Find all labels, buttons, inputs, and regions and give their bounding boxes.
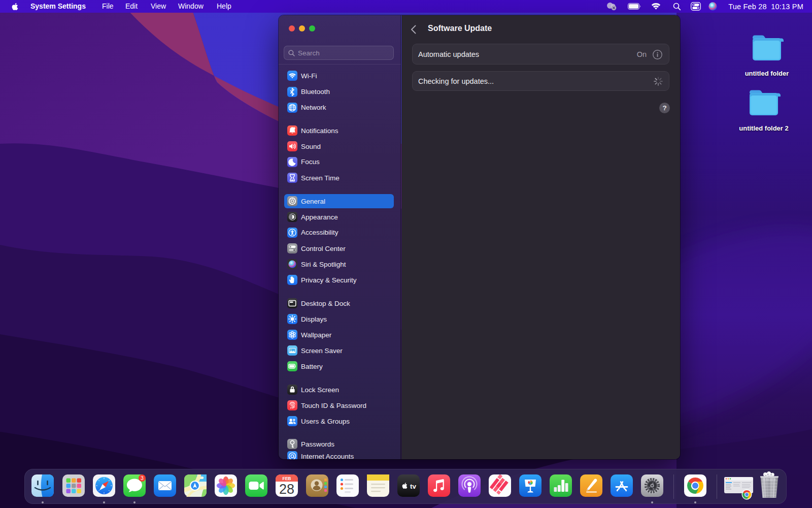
svg-text:3: 3: [141, 475, 144, 481]
svg-text:FEB: FEB: [282, 476, 291, 481]
svg-text:tv: tv: [410, 483, 416, 490]
svg-text:28: 28: [279, 482, 294, 497]
